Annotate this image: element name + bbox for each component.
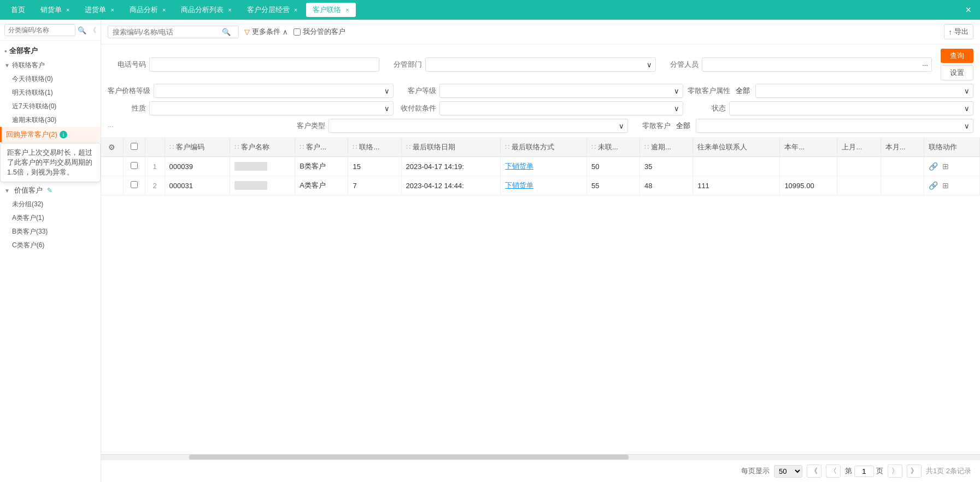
filter-status-select[interactable]: ∨ — [729, 101, 973, 115]
col-contact-count-header[interactable]: ∷联络... — [348, 138, 401, 157]
more-conditions-btn[interactable]: ▽ 更多条件 ∧ — [244, 27, 288, 37]
sidebar-collapse-btn[interactable]: 《 — [90, 26, 96, 35]
close-all-button[interactable]: × — [961, 4, 976, 16]
search-bar: 🔍 ▽ 更多条件 ∧ 我分管的客户 ↑ 导出 — [101, 20, 980, 44]
row2-select-checkbox[interactable] — [131, 181, 138, 188]
filter-phone-input[interactable] — [149, 57, 379, 72]
col-uncontacted-header[interactable]: ∷未联... — [587, 138, 640, 157]
filter-status: 状态 ∨ — [688, 101, 973, 115]
sidebar-search-icon[interactable]: 🔍 — [78, 26, 86, 34]
nav-close-sales-order[interactable]: × — [66, 7, 69, 13]
search-magnifier-icon[interactable]: 🔍 — [222, 28, 231, 36]
filter-phone-label: 电话号码 — [108, 60, 146, 69]
search-input[interactable] — [113, 28, 222, 36]
row1-last-contact-method[interactable]: 下销货单 — [501, 157, 587, 176]
row1-grid-icon[interactable]: ⊞ — [942, 162, 949, 171]
row1-code[interactable]: 000039 — [165, 157, 230, 176]
nav-sales-order[interactable]: 销货单 × — [34, 3, 76, 17]
sidebar-item-a-class[interactable]: A类客户(1) — [0, 211, 101, 225]
col-settings[interactable]: ⚙ — [101, 138, 123, 157]
sidebar-group-value-customers[interactable]: ▼ 价值客户 ✎ — [0, 183, 101, 198]
first-page-button[interactable]: 《 — [807, 464, 821, 478]
filter-customer-grade-select[interactable]: ∨ — [439, 84, 684, 98]
col-name-header[interactable]: ∷客户名称 — [230, 138, 295, 157]
row2-name[interactable] — [230, 176, 295, 195]
per-page-select[interactable]: 50 100 200 — [774, 465, 802, 478]
sidebar-item-overdue-contact[interactable]: 逾期未联络(30) — [0, 113, 101, 127]
row2-grid-icon[interactable]: ⊞ — [942, 181, 949, 190]
filter-customer-type-label: 客户类型 — [287, 121, 325, 131]
col-last-month-header[interactable]: 上月... — [837, 138, 881, 157]
page-number-input[interactable] — [854, 466, 874, 477]
sidebar-search-input[interactable] — [4, 24, 75, 36]
filter-retail-attr-select[interactable]: ∨ — [755, 84, 973, 98]
row2-checkbox[interactable] — [123, 176, 145, 195]
nav-close-product-analysis-list[interactable]: × — [228, 7, 231, 13]
nav-customer-contact[interactable]: 客户联络 × — [306, 3, 355, 17]
col-last-contact-date-header[interactable]: ∷最后联络日期 — [401, 138, 501, 157]
filter-icon: ▽ — [244, 28, 250, 36]
settings-button[interactable]: 设置 — [941, 65, 973, 80]
col-company-contacts-header[interactable]: 往来单位联系人 — [693, 138, 780, 157]
sidebar-item-c-class[interactable]: C类客户(6) — [0, 239, 101, 252]
filter-manager-select[interactable]: ··· — [702, 57, 932, 72]
filter-retail-customer: 零散客户 全部 ∨ — [632, 119, 973, 133]
filter-dept-select[interactable]: ∨ — [425, 57, 655, 72]
col-type-header[interactable]: ∷客户... — [295, 138, 348, 157]
edit-value-customers-icon[interactable]: ✎ — [47, 187, 52, 194]
nav-purchase-order[interactable]: 进货单 × — [78, 3, 120, 17]
filter-customer-type: 客户类型 ∨ — [287, 119, 628, 133]
row2-last-contact-method[interactable]: 下销货单 — [501, 176, 587, 195]
col-code-header[interactable]: ∷客户编码 — [165, 138, 230, 157]
select-all-checkbox[interactable] — [131, 143, 138, 150]
nav-customer-tier[interactable]: 客户分层经营 × — [240, 3, 304, 17]
query-button[interactable]: 查询 — [941, 49, 973, 63]
prev-page-button[interactable]: 〈 — [826, 464, 841, 478]
row1-name[interactable] — [230, 157, 295, 176]
col-last-contact-method-header[interactable]: ∷最后联络方式 — [501, 138, 587, 157]
sidebar-item-b-class[interactable]: B类客户(33) — [0, 225, 101, 239]
nav-close-purchase-order[interactable]: × — [110, 7, 114, 13]
my-customers-checkbox[interactable] — [294, 28, 301, 36]
sidebar-all-customers[interactable]: ▪ 全部客户 — [0, 43, 101, 59]
info-icon-repurchase[interactable]: i — [60, 131, 67, 138]
sidebar-section-pending-contact[interactable]: ▼ 待联络客户 — [0, 59, 101, 72]
row1-select-checkbox[interactable] — [131, 162, 138, 169]
row1-checkbox[interactable] — [123, 157, 145, 176]
sidebar-item-repurchase-abnormal[interactable]: 回购异常客户(2) i — [0, 127, 101, 142]
nav-home[interactable]: 首页 — [4, 3, 32, 17]
row1-company-contacts — [693, 157, 780, 176]
nav-product-analysis-list[interactable]: 商品分析列表 × — [174, 3, 238, 17]
nav-close-customer-tier[interactable]: × — [294, 7, 297, 13]
arrow-value-customers: ▼ — [4, 188, 10, 194]
row1-num: 1 — [145, 157, 165, 176]
sidebar: 🔍 《 ▪ 全部客户 ▼ 待联络客户 今天待联络(0) 明天待联络(1) 近7天… — [0, 20, 101, 482]
horizontal-scrollbar[interactable] — [101, 454, 980, 460]
filter-payment-select[interactable]: ∨ — [439, 101, 684, 115]
filter-customer-type-select[interactable]: ∨ — [328, 119, 628, 133]
col-overdue-header[interactable]: ∷逾期... — [640, 138, 693, 157]
row2-link-icon[interactable]: 🔗 — [929, 181, 938, 190]
col-this-month-header[interactable]: 本月... — [881, 138, 924, 157]
row2-method-link[interactable]: 下销货单 — [505, 181, 533, 189]
filter-price-grade-select[interactable]: ∨ — [154, 84, 394, 98]
col-this-year-header[interactable]: 本年... — [780, 138, 837, 157]
row1-method-link[interactable]: 下销货单 — [505, 162, 533, 170]
row1-link-icon[interactable]: 🔗 — [929, 162, 938, 171]
filter-retail-customer-select[interactable]: ∨ — [696, 119, 973, 133]
sidebar-item-7days-pending[interactable]: 近7天待联络(0) — [0, 100, 101, 113]
sidebar-item-today-pending[interactable]: 今天待联络(0) — [0, 72, 101, 86]
row2-code[interactable]: 000031 — [165, 176, 230, 195]
sidebar-item-ungrouped[interactable]: 未分组(32) — [0, 198, 101, 211]
nav-close-product-analysis[interactable]: × — [162, 7, 166, 13]
sidebar-item-tomorrow-pending[interactable]: 明天待联络(1) — [0, 86, 101, 100]
export-button[interactable]: ↑ 导出 — [944, 24, 974, 39]
filter-gender-select[interactable]: ∨ — [149, 101, 394, 115]
row1-settings — [101, 157, 123, 176]
nav-product-analysis[interactable]: 商品分析 × — [123, 3, 172, 17]
last-page-button[interactable]: 》 — [907, 464, 922, 478]
table-settings-button[interactable]: ⚙ — [108, 143, 115, 152]
nav-close-customer-contact[interactable]: × — [345, 7, 349, 13]
next-page-button[interactable]: 〉 — [888, 464, 902, 478]
row1-action-icons: 🔗 ⊞ — [929, 162, 975, 171]
